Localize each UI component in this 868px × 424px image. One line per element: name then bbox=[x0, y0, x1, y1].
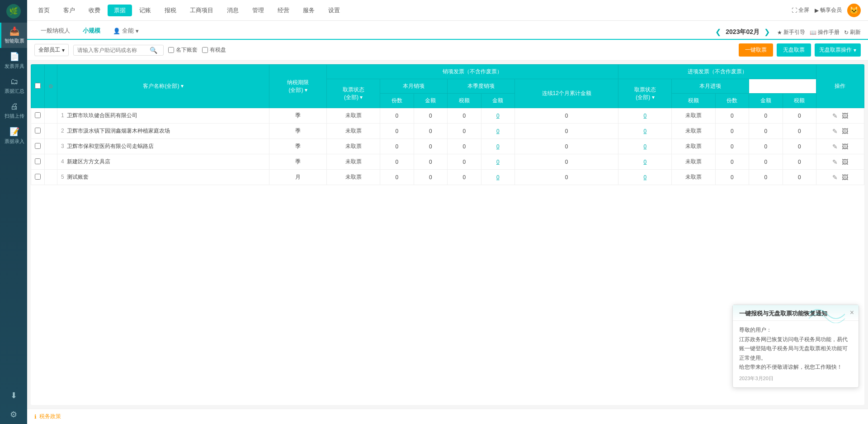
row-cumulative-1: 0 bbox=[618, 124, 672, 139]
view-icon-0[interactable]: 🖼 bbox=[840, 112, 849, 119]
refresh-icon: ↻ bbox=[844, 29, 849, 36]
nav-service[interactable]: 服务 bbox=[297, 5, 321, 16]
nav-business[interactable]: 工商项目 bbox=[184, 5, 220, 16]
row-customer-4: 5 测试账套 bbox=[57, 170, 269, 185]
row-sales-status-4: 未取票 bbox=[327, 170, 380, 185]
edit-icon-0[interactable]: ✎ bbox=[831, 112, 839, 119]
row-tax-period-2: 季 bbox=[269, 139, 327, 154]
row-purchase-month-tax-4: 0 bbox=[783, 170, 816, 185]
nav-manage[interactable]: 管理 bbox=[246, 5, 270, 16]
has-tax-check[interactable] bbox=[202, 47, 208, 53]
sidebar-item-scan-upload[interactable]: 🖨 扫描上传 bbox=[0, 98, 27, 123]
one-click-fetch-button[interactable]: 一键取票 bbox=[739, 43, 773, 57]
nav-message[interactable]: 消息 bbox=[221, 5, 245, 16]
table-row: 2 卫辉市汲水镇下园润鑫烟薯木种植家庭农场 季 未取票 0 0 0 0 0 0 … bbox=[31, 124, 864, 139]
header-gear[interactable]: ⚙ bbox=[45, 65, 57, 108]
row-gear-1 bbox=[45, 124, 57, 139]
nav-settings[interactable]: 设置 bbox=[322, 5, 346, 16]
period-text: 2023年02月 bbox=[726, 28, 760, 36]
row-sales-month-amount-2: 0 bbox=[414, 139, 447, 154]
header-tax-period[interactable]: 纳税期限(全部) ▾ bbox=[269, 65, 327, 108]
row-sales-quarter-amount-3: 0 bbox=[481, 154, 514, 170]
row-checkbox-0[interactable] bbox=[35, 112, 41, 118]
edit-icon-3[interactable]: ✎ bbox=[831, 158, 839, 166]
nav-accounting[interactable]: 记账 bbox=[133, 5, 157, 16]
nav-tax[interactable]: 报税 bbox=[158, 5, 183, 16]
select-all-check[interactable] bbox=[35, 83, 41, 89]
row-sales-month-count-1: 0 bbox=[380, 124, 414, 139]
view-icon-4[interactable]: 🖼 bbox=[840, 174, 849, 181]
row-purchase-month-amount-2: 0 bbox=[749, 139, 783, 154]
filter-bar: 全部员工 ▾ 🔍 名下账套 有税盘 一键取票 无盘取票 无盘取票操作 ▾ bbox=[27, 40, 868, 61]
nav-billing[interactable]: 收费 bbox=[82, 5, 107, 16]
header-sales-quarter-tax: 税额 bbox=[672, 94, 715, 108]
row-check-4[interactable] bbox=[31, 170, 45, 185]
refresh-btn[interactable]: ↻ 刷新 bbox=[844, 29, 861, 36]
sidebar-settings[interactable]: ⚙ bbox=[0, 405, 27, 424]
sub-account-checkbox[interactable]: 名下账套 bbox=[168, 46, 198, 54]
no-disk-fetch-button[interactable]: 无盘取票 bbox=[777, 43, 811, 57]
data-entry-icon: 📝 bbox=[9, 127, 19, 137]
tab-small[interactable]: 小规模 bbox=[76, 23, 107, 40]
nav-home[interactable]: 首页 bbox=[32, 5, 56, 16]
staff-select[interactable]: 全部员工 ▾ bbox=[34, 44, 69, 56]
sidebar-download[interactable]: ⬇ bbox=[0, 386, 27, 405]
search-button[interactable]: 🔍 bbox=[150, 47, 157, 54]
user-avatar[interactable]: 🐱 bbox=[847, 4, 861, 17]
next-period-btn[interactable]: ❯ bbox=[764, 28, 770, 36]
no-disk-ops-button[interactable]: 无盘取票操作 ▾ bbox=[815, 43, 861, 57]
table-row: 3 卫辉市保和堂医药有限公司走蜗路店 季 未取票 0 0 0 0 0 0 未取票… bbox=[31, 139, 864, 154]
manual-btn[interactable]: 📖 操作手册 bbox=[810, 29, 840, 36]
row-checkbox-3[interactable] bbox=[35, 158, 41, 164]
row-purchase-status-4: 未取票 bbox=[672, 170, 715, 185]
table-row: 4 新建区方方文具店 季 未取票 0 0 0 0 0 0 未取票 0 0 0 ✎… bbox=[31, 154, 864, 170]
sidebar-item-invoice-summary[interactable]: 🗂 票据汇总 bbox=[0, 73, 27, 98]
view-icon-1[interactable]: 🖼 bbox=[840, 128, 849, 135]
tab-general[interactable]: 一般纳税人 bbox=[34, 23, 76, 40]
row-check-3[interactable] bbox=[31, 154, 45, 170]
footer-tax-policy-link[interactable]: 税务政策 bbox=[39, 413, 61, 420]
sidebar-item-data-entry[interactable]: 📝 票据录入 bbox=[0, 123, 27, 148]
view-icon-3[interactable]: 🖼 bbox=[840, 158, 849, 166]
header-purchase-invoice: 进项发票（不含作废票） bbox=[618, 65, 816, 79]
header-sales-month-amount: 金额 bbox=[414, 94, 447, 108]
edit-icon-1[interactable]: ✎ bbox=[831, 128, 839, 135]
sidebar-item-smart-fetch[interactable]: 📥 智能取票 bbox=[0, 23, 27, 48]
svg-text:🌿: 🌿 bbox=[9, 7, 18, 15]
row-actions-4: ✎ 🖼 bbox=[816, 170, 864, 185]
row-sales-month-count-3: 0 bbox=[380, 154, 414, 170]
nav-customer[interactable]: 客户 bbox=[57, 5, 81, 16]
notif-close-button[interactable]: × bbox=[850, 309, 854, 317]
row-purchase-month-amount-0: 0 bbox=[749, 108, 783, 124]
header-sales-month-tax: 税额 bbox=[448, 94, 481, 108]
member-btn[interactable]: ▶ 畅享会员 bbox=[815, 6, 842, 14]
header-purchase-month-count: 份数 bbox=[715, 94, 749, 108]
fullscreen-btn[interactable]: ⛶ 全屏 bbox=[792, 6, 809, 14]
edit-icon-4[interactable]: ✎ bbox=[831, 174, 839, 181]
row-sales-month-count-0: 0 bbox=[380, 108, 414, 124]
header-customer[interactable]: 客户名称(全部) ▾ bbox=[57, 65, 269, 108]
sub-account-check[interactable] bbox=[168, 47, 174, 53]
tab-all[interactable]: 👤 全能 ▾ bbox=[107, 23, 145, 40]
edit-icon-2[interactable]: ✎ bbox=[831, 143, 839, 150]
top-nav: 首页 客户 收费 票据 记账 报税 工商项目 消息 管理 经营 服务 设置 ⛶ … bbox=[27, 0, 868, 21]
header-purchase-fetch[interactable]: 取票状态(全部) ▾ bbox=[618, 79, 672, 108]
row-checkbox-2[interactable] bbox=[35, 143, 41, 149]
prev-period-btn[interactable]: ❮ bbox=[715, 28, 721, 36]
sidebar-item-issue-invoice[interactable]: 📄 发票开具 bbox=[0, 48, 27, 73]
header-sales-fetch[interactable]: 取票状态(全部) ▾ bbox=[327, 79, 380, 108]
nav-invoice[interactable]: 票据 bbox=[108, 5, 132, 16]
row-check-0[interactable] bbox=[31, 108, 45, 124]
row-checkbox-4[interactable] bbox=[35, 174, 41, 180]
has-tax-checkbox[interactable]: 有税盘 bbox=[202, 46, 226, 54]
row-check-1[interactable] bbox=[31, 124, 45, 139]
nav-operation[interactable]: 经营 bbox=[271, 5, 296, 16]
row-checkbox-1[interactable] bbox=[35, 128, 41, 133]
new-guide-btn[interactable]: ★ 新手引导 bbox=[777, 29, 805, 36]
row-sales-quarter-tax-3: 0 bbox=[514, 154, 618, 170]
row-purchase-month-amount-4: 0 bbox=[749, 170, 783, 185]
search-input[interactable] bbox=[77, 47, 150, 53]
table-row: 5 测试账套 月 未取票 0 0 0 0 0 0 未取票 0 0 0 ✎ 🖼 bbox=[31, 170, 864, 185]
row-check-2[interactable] bbox=[31, 139, 45, 154]
view-icon-2[interactable]: 🖼 bbox=[840, 143, 849, 150]
